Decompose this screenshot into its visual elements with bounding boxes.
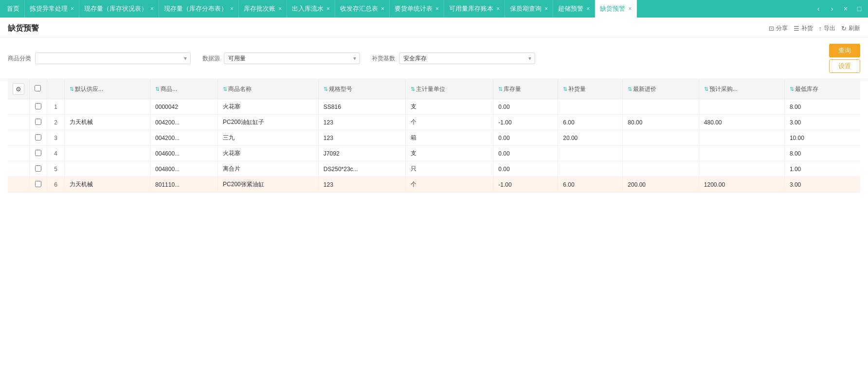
row-checkbox-5[interactable]: [35, 181, 41, 187]
col-label-stock: 库存量: [504, 86, 521, 92]
row-checkbox-cell: [30, 99, 47, 115]
cell-item_name: 火花塞: [218, 146, 319, 161]
sort-icon-stock[interactable]: ⇅: [498, 86, 503, 92]
tab-next-btn[interactable]: ›: [825, 2, 839, 16]
cell-unit: 支: [406, 146, 493, 161]
col-replenish_qty: ⇅补货量: [558, 79, 623, 99]
row-gear-cell: [8, 115, 30, 130]
column-settings-icon[interactable]: ⚙: [13, 83, 24, 95]
tab-expiry-query[interactable]: 保质期查询×: [505, 0, 553, 18]
sort-icon-unit[interactable]: ⇅: [411, 86, 415, 92]
row-gear-cell: [8, 161, 30, 177]
cell-latest_price: 80.00: [623, 115, 699, 130]
tab-close-expiry-query[interactable]: ×: [544, 5, 548, 12]
cell-item_name: PC200张紧油缸: [218, 177, 319, 193]
tab-inventory-dist[interactable]: 现存量（库存分布表）×: [159, 0, 239, 18]
row-checkbox-1[interactable]: [35, 119, 41, 125]
tab-demand-stats[interactable]: 要货单统计表×: [390, 0, 444, 18]
tab-bar: 首页拣货异常处理×现存量（库存状况表）×现存量（库存分布表）×库存批次账×出入库…: [0, 0, 868, 18]
cell-est_purchase: 1200.00: [699, 177, 784, 193]
cell-supplier: [65, 130, 150, 146]
tab-abnormal[interactable]: 拣货异常处理×: [25, 0, 79, 18]
replenish-button[interactable]: ☰ 补货: [794, 24, 813, 33]
cell-latest_price: [623, 99, 699, 115]
row-checkbox-2[interactable]: [35, 134, 41, 141]
settings-button[interactable]: 设置: [829, 59, 860, 73]
share-button[interactable]: ⊡ 分享: [769, 24, 788, 33]
sort-icon-replenish_qty[interactable]: ⇅: [563, 86, 567, 92]
cell-spec: 123: [318, 177, 405, 193]
query-button[interactable]: 查询: [829, 44, 860, 57]
tab-close-inout-flow[interactable]: ×: [326, 5, 330, 12]
select-all-checkbox[interactable]: [35, 85, 41, 91]
tab-overstock[interactable]: 超储预警×: [553, 0, 595, 18]
tab-close-inventory-dist[interactable]: ×: [230, 5, 234, 12]
cell-unit: 箱: [406, 130, 493, 146]
row-checkbox-cell: [30, 115, 47, 130]
cell-item_code: 004600...: [150, 146, 218, 161]
tab-shortage[interactable]: 缺货预警×: [595, 0, 637, 18]
replenish-icon: ☰: [794, 25, 799, 32]
sort-icon-supplier[interactable]: ⇅: [70, 86, 74, 92]
cell-spec: 123: [318, 130, 405, 146]
replenish-base-select[interactable]: 安全库存: [399, 53, 535, 64]
cell-item_name: 离合片: [218, 161, 319, 177]
category-select[interactable]: [35, 53, 191, 64]
tab-prev-btn[interactable]: ‹: [812, 2, 825, 16]
col-item_name: ⇅商品名称: [218, 79, 319, 99]
sort-icon-spec[interactable]: ⇅: [324, 86, 328, 92]
col-label-item_name: 商品名称: [228, 86, 252, 92]
col-label-spec: 规格型号: [329, 86, 352, 92]
tab-inventory-status[interactable]: 现存量（库存状况表）×: [79, 0, 159, 18]
sort-icon-min_stock[interactable]: ⇅: [790, 86, 794, 92]
tab-close-overstock[interactable]: ×: [586, 5, 590, 12]
row-gear-cell: [8, 99, 30, 115]
share-icon: ⊡: [769, 25, 774, 32]
sort-icon-item_code[interactable]: ⇅: [155, 86, 160, 92]
tab-home[interactable]: 首页: [2, 0, 25, 18]
cell-item_name: 三九: [218, 130, 319, 146]
row-number: 4: [47, 146, 65, 161]
category-select-wrapper: [35, 53, 191, 64]
cell-latest_price: [623, 161, 699, 177]
tab-close-batch-account[interactable]: ×: [278, 5, 282, 12]
sort-icon-latest_price[interactable]: ⇅: [628, 86, 632, 92]
category-label: 商品分类: [8, 54, 31, 63]
table-row: 6力天机械801110...PC200张紧油缸123个-1.006.00200.…: [8, 177, 860, 193]
row-checkbox-4[interactable]: [35, 165, 41, 172]
tab-receipt-summary[interactable]: 收发存汇总表×: [335, 0, 390, 18]
tab-close-inventory-status[interactable]: ×: [150, 5, 154, 12]
col-gear: ⚙: [8, 79, 30, 99]
tab-close-demand-stats[interactable]: ×: [435, 5, 439, 12]
cell-replenish_qty: [558, 161, 623, 177]
tab-close-available-ledger[interactable]: ×: [496, 5, 500, 12]
row-checkbox-0[interactable]: [35, 103, 41, 109]
category-filter-group: 商品分类: [8, 53, 191, 64]
col-latest_price: ⇅最新进价: [623, 79, 699, 99]
export-button[interactable]: ↑ 导出: [819, 24, 836, 33]
cell-est_purchase: [699, 161, 784, 177]
tab-inout-flow[interactable]: 出入库流水×: [287, 0, 335, 18]
table-row: 3004200...三九123箱0.0020.0010.00: [8, 130, 860, 146]
cell-min_stock: 3.00: [784, 115, 860, 130]
export-icon: ↑: [819, 25, 822, 32]
tab-batch-account[interactable]: 库存批次账×: [239, 0, 287, 18]
cell-supplier: 力天机械: [65, 177, 150, 193]
tab-close-receipt-summary[interactable]: ×: [381, 5, 384, 12]
row-checkbox-cell: [30, 177, 47, 193]
tab-navigation: ‹ › × □: [812, 2, 866, 16]
tab-close-shortage[interactable]: ×: [628, 5, 632, 12]
tab-available-ledger[interactable]: 可用量库存账本×: [444, 0, 505, 18]
table-row: 4004600...火花塞J7092支0.008.00: [8, 146, 860, 161]
tab-maximize-btn[interactable]: □: [852, 2, 866, 16]
cell-replenish_qty: 6.00: [558, 177, 623, 193]
row-checkbox-cell: [30, 161, 47, 177]
tab-close-abnormal[interactable]: ×: [71, 5, 74, 12]
col-label-supplier: 默认供应...: [75, 86, 103, 92]
tab-close-window-btn[interactable]: ×: [839, 2, 852, 16]
datasource-select[interactable]: 可用量: [224, 53, 360, 64]
sort-icon-est_purchase[interactable]: ⇅: [704, 86, 708, 92]
refresh-button[interactable]: ↻ 刷新: [841, 24, 860, 33]
row-checkbox-3[interactable]: [35, 150, 41, 156]
sort-icon-item_name[interactable]: ⇅: [223, 86, 227, 92]
